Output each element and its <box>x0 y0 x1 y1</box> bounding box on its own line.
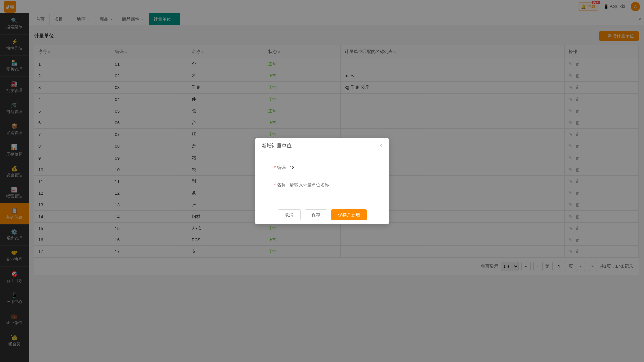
modal-footer: 取消 保存 保存并新增 <box>255 205 389 224</box>
save-button[interactable]: 保存 <box>305 209 327 220</box>
modal-close-button[interactable]: × <box>379 143 382 148</box>
code-input[interactable] <box>288 162 378 173</box>
modal-overlay[interactable]: 新增计量单位 × 编码 名称 取消 保存 保存并新增 <box>0 0 644 362</box>
add-unit-modal: 新增计量单位 × 编码 名称 取消 保存 保存并新增 <box>255 138 389 224</box>
modal-body: 编码 名称 <box>255 154 389 205</box>
code-label: 编码 <box>266 165 286 171</box>
name-input[interactable] <box>288 180 378 190</box>
form-row-code: 编码 <box>266 162 378 173</box>
save-and-new-button[interactable]: 保存并新增 <box>331 209 367 220</box>
cancel-button[interactable]: 取消 <box>278 209 301 220</box>
form-row-name: 名称 <box>266 180 378 190</box>
name-label: 名称 <box>266 182 286 188</box>
modal-title: 新增计量单位 <box>262 143 292 149</box>
modal-header: 新增计量单位 × <box>255 138 389 154</box>
